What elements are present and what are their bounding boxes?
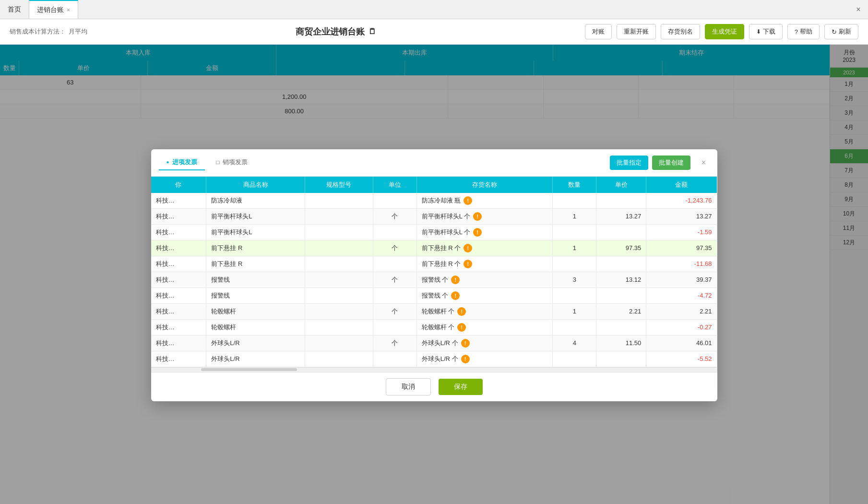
- cell-7-4: 轮毂螺杆 个 !: [416, 303, 553, 319]
- cell-9-6: 11.50: [596, 335, 646, 351]
- refresh-button[interactable]: ↻ 刷新: [824, 24, 858, 39]
- cancel-label: 取消: [402, 383, 415, 390]
- cell-0-7: -1,243.76: [646, 193, 717, 209]
- cell-9-2: [305, 335, 373, 351]
- batch-assign-button[interactable]: 批量指定: [610, 156, 648, 170]
- window-close-button[interactable]: ×: [849, 0, 868, 19]
- dialog-table[interactable]: 你 商品名称 规格型号 单位 存货名称 数量 单价 金额 科技…防冻冷: [151, 177, 717, 367]
- cell-10-0: 科技…: [151, 351, 206, 367]
- table-row: 科技…外球头L/R个 外球头L/R 个 ! 411.5046.01: [151, 335, 717, 351]
- cell-10-5: [553, 351, 596, 367]
- inventory-name-text: 报警线 个: [422, 291, 449, 300]
- cell-7-6: 2.21: [596, 303, 646, 319]
- warning-icon: !: [464, 244, 472, 252]
- cell-6-3: [373, 288, 416, 303]
- cell-6-6: [596, 288, 646, 303]
- cell-5-4: 报警线 个 !: [416, 272, 553, 288]
- cell-5-5: 3: [553, 272, 596, 288]
- cell-8-7: -0.27: [646, 319, 717, 335]
- download-button[interactable]: ⬇ 下载: [749, 24, 783, 39]
- reconcile-button[interactable]: 对账: [585, 24, 612, 39]
- tab-close-icon[interactable]: ×: [67, 7, 70, 13]
- cell-4-3: [373, 256, 416, 272]
- cell-9-1: 外球头L/R: [206, 335, 305, 351]
- cell-2-6: [596, 224, 646, 240]
- cell-10-7: -5.52: [646, 351, 717, 367]
- warning-icon: !: [457, 307, 466, 316]
- cell-2-3: [373, 224, 416, 240]
- batch-assign-label: 批量指定: [617, 159, 642, 166]
- cell-3-4: 前下悬挂 R 个 !: [416, 240, 553, 256]
- reconcile-label: 对账: [592, 27, 605, 36]
- cell-1-7: 13.27: [646, 208, 717, 224]
- reopen-label: 重新开账: [624, 27, 649, 36]
- warning-icon: !: [464, 260, 472, 268]
- cell-4-0: 科技…: [151, 256, 206, 272]
- title-icon: 🗒: [369, 27, 376, 36]
- cell-9-0: 科技…: [151, 335, 206, 351]
- cell-7-2: [305, 303, 373, 319]
- scrollbar-thumb[interactable]: [201, 368, 297, 371]
- cell-3-6: 97.35: [596, 240, 646, 256]
- generate-voucher-button[interactable]: 生成凭证: [705, 24, 744, 39]
- cell-9-3: 个: [373, 335, 416, 351]
- cell-3-0: 科技…: [151, 240, 206, 256]
- save-button[interactable]: 保存: [439, 379, 483, 395]
- dialog-close-icon: ×: [702, 158, 706, 167]
- dialog-scrollbar[interactable]: [151, 367, 717, 372]
- tab-purchase-sales[interactable]: 进销台账 ×: [29, 0, 78, 19]
- save-alias-button[interactable]: 存货别名: [661, 24, 700, 39]
- cell-0-3: [373, 193, 416, 209]
- cell-4-6: [596, 256, 646, 272]
- incoming-tab-icon: ●: [166, 159, 169, 165]
- cell-9-7: 46.01: [646, 335, 717, 351]
- cell-7-0: 科技…: [151, 303, 206, 319]
- cell-3-7: 97.35: [646, 240, 717, 256]
- cell-10-1: 外球头L/R: [206, 351, 305, 367]
- cell-4-1: 前下悬挂 R: [206, 256, 305, 272]
- cell-7-3: 个: [373, 303, 416, 319]
- cost-label: 销售成本计算方法：: [10, 27, 66, 36]
- cell-5-2: [305, 272, 373, 288]
- cell-2-5: [553, 224, 596, 240]
- tab-incoming-invoice[interactable]: ● 进项发票: [159, 155, 205, 170]
- cell-5-3: 个: [373, 272, 416, 288]
- cell-6-1: 报警线: [206, 288, 305, 303]
- background-content: 本期入库 本期出库 期末结存 数量 单价 金额 63 1,200.00 800.…: [0, 45, 868, 504]
- warning-icon: !: [464, 196, 472, 205]
- help-button[interactable]: ? 帮助: [787, 24, 820, 39]
- cell-2-2: [305, 224, 373, 240]
- help-label: 帮助: [800, 27, 812, 36]
- cell-8-0: 科技…: [151, 319, 206, 335]
- cell-1-1: 前平衡杆球头L: [206, 208, 305, 224]
- batch-create-button[interactable]: 批量创建: [652, 156, 690, 170]
- col-inventory-name: 存货名称: [416, 177, 553, 193]
- inventory-name-text: 外球头L/R 个: [422, 355, 458, 363]
- cell-6-7: -4.72: [646, 288, 717, 303]
- invoice-table: 你 商品名称 规格型号 单位 存货名称 数量 单价 金额 科技…防冻冷: [151, 177, 717, 367]
- reopen-button[interactable]: 重新开账: [617, 24, 656, 39]
- dialog-close-button[interactable]: ×: [698, 157, 710, 168]
- cell-3-3: 个: [373, 240, 416, 256]
- save-alias-label: 存货别名: [668, 27, 693, 36]
- col-quantity: 数量: [553, 177, 596, 193]
- cell-1-3: 个: [373, 208, 416, 224]
- table-header-row: 你 商品名称 规格型号 单位 存货名称 数量 单价 金额: [151, 177, 717, 193]
- cell-8-6: [596, 319, 646, 335]
- tab-outgoing-invoice[interactable]: □ 销项发票: [209, 155, 255, 170]
- cancel-button[interactable]: 取消: [386, 378, 431, 396]
- tab-purchase-sales-label: 进销台账: [37, 6, 64, 14]
- table-row: 科技…前平衡杆球头L个 前平衡杆球头L 个 ! 113.2713.27: [151, 208, 717, 224]
- cell-8-2: [305, 319, 373, 335]
- cell-0-5: [553, 193, 596, 209]
- cell-6-5: [553, 288, 596, 303]
- cell-6-2: [305, 288, 373, 303]
- warning-icon: !: [473, 212, 482, 221]
- cell-3-5: 1: [553, 240, 596, 256]
- save-label: 保存: [454, 383, 467, 390]
- dialog-overlay: ● 进项发票 □ 销项发票 批量指定 批量创建: [0, 45, 868, 504]
- cell-4-7: -11.68: [646, 256, 717, 272]
- tab-home[interactable]: 首页: [0, 0, 29, 19]
- table-row: 科技…外球头L/R 外球头L/R 个 ! -5.52: [151, 351, 717, 367]
- col-company: 你: [151, 177, 206, 193]
